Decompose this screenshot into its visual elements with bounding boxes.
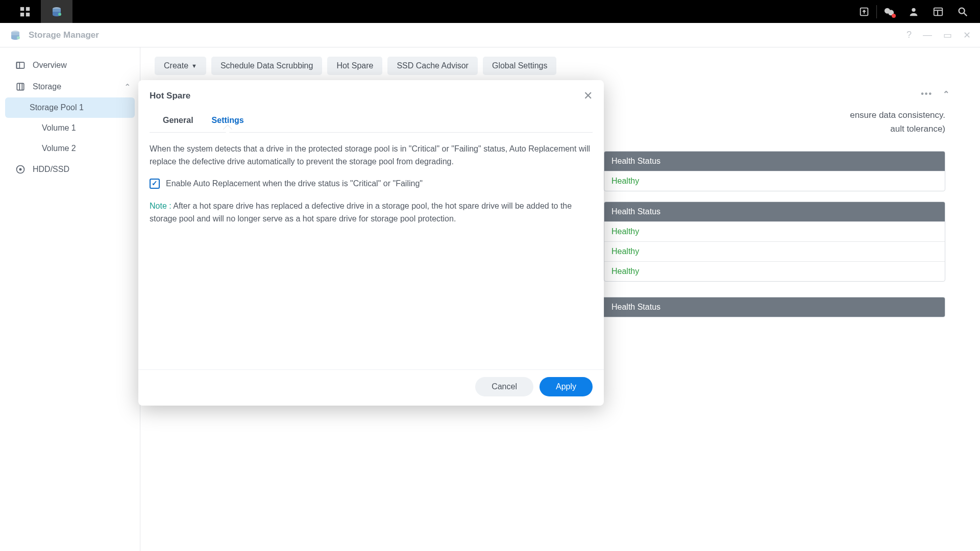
sidebar-item-volume-2[interactable]: Volume 2 [0,138,140,159]
tab-settings[interactable]: Settings [210,111,246,132]
svg-point-5 [58,13,61,16]
user-icon[interactable] [901,0,926,23]
col-header-health: Health Status [604,202,945,221]
dialog-body: When the system detects that a drive in … [138,133,604,369]
sidebar-label: Storage [33,82,61,91]
sidebar-label: Storage Pool 1 [30,103,84,112]
system-taskbar [0,0,980,23]
notification-dot-icon [892,14,896,18]
schedule-scrubbing-button[interactable]: Schedule Data Scrubbing [211,57,322,75]
window-title: Storage Manager [29,30,906,40]
window-titlebar: Storage Manager ? — ▭ ✕ [0,23,980,47]
widgets-icon[interactable] [926,0,950,23]
col-header-health: Health Status [604,297,945,317]
health-cell: Healthy [604,262,945,281]
hot-spare-dialog: Hot Spare ✕ General Settings When the sy… [138,80,604,406]
hot-spare-button[interactable]: Hot Spare [327,57,382,75]
sidebar-item-overview[interactable]: Overview [0,55,140,76]
tab-general[interactable]: General [161,111,195,132]
sidebar-label: Volume 2 [42,144,76,153]
maximize-icon[interactable]: ▭ [943,30,952,41]
disk-icon [15,164,26,174]
chevron-up-icon: ⌃ [124,82,131,92]
apply-button[interactable]: Apply [540,377,593,396]
svg-rect-18 [17,62,20,68]
auto-replacement-checkbox[interactable]: ✓ [150,179,160,189]
more-menu-icon[interactable]: ••• [921,89,933,99]
health-cell: Healthy [604,242,945,261]
sidebar-item-storage-pool-1[interactable]: Storage Pool 1 [5,97,135,118]
taskbar-app-launcher[interactable] [9,0,41,23]
health-table-1: Health Status Healthy [604,151,945,191]
svg-point-23 [19,168,21,170]
taskbar-storage-manager[interactable] [41,0,72,23]
app-icon [9,29,21,41]
collapse-icon[interactable]: ⌃ [943,89,950,99]
sidebar-item-hdd-ssd[interactable]: HDD/SSD [0,159,140,180]
help-icon[interactable]: ? [906,30,912,41]
sidebar-label: HDD/SSD [33,165,69,174]
svg-point-9 [912,8,915,11]
upload-icon[interactable] [852,0,876,23]
minimize-icon[interactable]: — [923,30,932,41]
close-icon[interactable]: ✕ [583,89,593,103]
svg-rect-19 [17,83,23,90]
health-cell: Healthy [604,171,945,191]
checkbox-label: Enable Auto Replacement when the drive s… [166,178,423,190]
sidebar-label: Overview [33,61,67,70]
sidebar: Overview Storage ⌃ Storage Pool 1 Volume… [0,47,140,551]
close-window-icon[interactable]: ✕ [963,30,971,41]
svg-rect-0 [20,7,24,10]
svg-rect-1 [26,7,30,10]
dialog-description: When the system detects that a drive in … [150,143,593,168]
dialog-title: Hot Spare [150,91,583,101]
col-header-health: Health Status [604,152,945,171]
search-icon[interactable] [950,0,975,23]
svg-line-14 [964,13,967,16]
global-settings-button[interactable]: Global Settings [483,57,557,75]
ssd-cache-advisor-button[interactable]: SSD Cache Advisor [387,57,478,75]
toolbar: Create▼ Schedule Data Scrubbing Hot Spar… [155,57,966,75]
overview-icon [15,60,26,70]
svg-point-16 [17,36,20,39]
sidebar-item-storage[interactable]: Storage ⌃ [0,76,140,97]
cancel-button[interactable]: Cancel [475,377,533,396]
caret-down-icon: ▼ [191,63,197,69]
health-table-2: Health Status Healthy Healthy Healthy [604,202,945,282]
sidebar-item-volume-1[interactable]: Volume 1 [0,118,140,138]
dialog-note: Note : After a hot spare drive has repla… [150,200,593,226]
sidebar-label: Volume 1 [42,123,76,133]
create-button[interactable]: Create▼ [155,57,206,75]
chat-icon[interactable] [877,0,901,23]
storage-icon [15,82,26,92]
svg-rect-2 [20,12,24,16]
svg-point-13 [959,8,965,13]
health-cell: Healthy [604,222,945,241]
svg-rect-17 [17,62,24,68]
svg-rect-3 [26,12,30,16]
